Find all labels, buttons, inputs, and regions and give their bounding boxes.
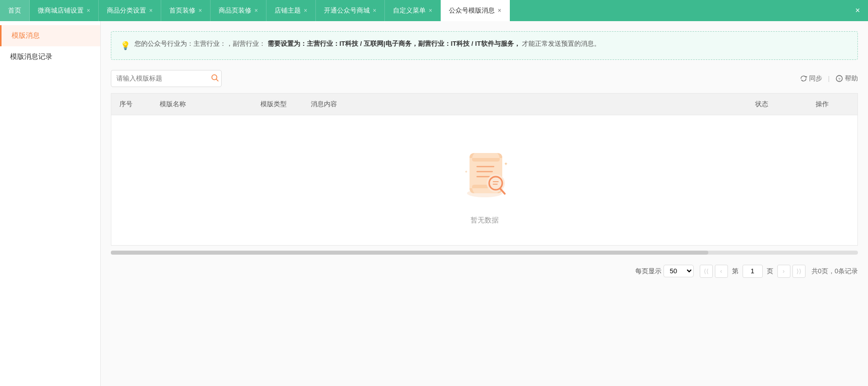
close-all-tabs[interactable]: × <box>847 6 868 15</box>
data-table: 序号 模版名称 模版类型 消息内容 状态 操作 <box>111 93 858 246</box>
page-di-label: 第 <box>732 267 739 276</box>
tab-shop-theme[interactable]: 店铺主题 × <box>266 0 316 21</box>
pagination-row: 每页显示 10 20 50 100 ⟨⟨ ‹ 第 页 › ⟩⟩ 共0页，0条记录 <box>111 260 858 280</box>
sync-button[interactable]: 同步 <box>800 74 822 83</box>
tab-custom-menu[interactable]: 自定义菜单 × <box>385 0 441 21</box>
main-layout: 模版消息 模版消息记录 💡 您的公众号行业为：主营行业：，副营行业： 需要设置为… <box>0 21 868 386</box>
first-page-button[interactable]: ⟨⟨ <box>700 265 713 278</box>
notice-highlight: 需要设置为：主营行业：IT科技 / 互联网|电子商务，副营行业：IT科技 / I… <box>268 40 520 47</box>
table-header-row: 序号 模版名称 模版类型 消息内容 状态 操作 <box>111 93 858 115</box>
top-nav: 首页 微商城店铺设置 × 商品分类设置 × 首页装修 × 商品页装修 × 店铺主… <box>0 0 868 21</box>
close-tab-custom-menu[interactable]: × <box>429 7 432 14</box>
page-size-label: 每页显示 <box>635 267 661 276</box>
total-info: 共0页，0条记录 <box>812 267 858 276</box>
tab-product-category[interactable]: 商品分类设置 × <box>99 0 161 21</box>
notice-text-before: 您的公众号行业为：主营行业：，副营行业： <box>135 40 265 47</box>
sidebar-item-template-msg[interactable]: 模版消息 <box>0 25 100 46</box>
page-label: 页 <box>767 267 773 276</box>
notice-icon: 💡 <box>120 39 130 52</box>
horizontal-scrollbar[interactable] <box>111 251 858 255</box>
svg-text:✦: ✦ <box>504 161 508 167</box>
search-button[interactable] <box>206 70 222 87</box>
col-status: 状态 <box>747 93 808 115</box>
toolbar-right: 同步 | ? 帮助 <box>800 74 858 83</box>
tab-wshop-settings[interactable]: 微商城店铺设置 × <box>30 0 99 21</box>
svg-text:✦: ✦ <box>464 170 468 174</box>
notice-box: 💡 您的公众号行业为：主营行业：，副营行业： 需要设置为：主营行业：IT科技 /… <box>111 31 858 60</box>
page-navigation: ⟨⟨ ‹ 第 页 › ⟩⟩ 共0页，0条记录 <box>700 265 858 278</box>
help-button[interactable]: ? 帮助 <box>836 74 858 83</box>
prev-page-button[interactable]: ‹ <box>715 265 728 278</box>
close-tab-product-decor[interactable]: × <box>254 7 258 14</box>
close-tab-home-decor[interactable]: × <box>198 7 202 14</box>
scrollbar-thumb[interactable] <box>111 251 708 255</box>
sidebar: 模版消息 模版消息记录 <box>0 21 101 386</box>
tab-template-msg[interactable]: 公众号模版消息 × <box>441 0 510 21</box>
sync-icon <box>800 75 807 82</box>
empty-state-row: ✦ ✦ 暂无数据 <box>111 115 858 245</box>
sidebar-item-template-msg-log[interactable]: 模版消息记录 <box>0 46 100 67</box>
close-tab-shop-theme[interactable]: × <box>304 7 307 14</box>
col-content: 消息内容 <box>303 93 747 115</box>
col-seq: 序号 <box>111 93 152 115</box>
col-type: 模版类型 <box>252 93 303 115</box>
empty-state: ✦ ✦ 暂无数据 <box>111 115 857 245</box>
col-action: 操作 <box>808 93 858 115</box>
tab-home[interactable]: 首页 <box>0 0 30 21</box>
close-tab-template-msg[interactable]: × <box>498 7 501 14</box>
close-tab-wshop[interactable]: × <box>87 7 90 14</box>
toolbar-row: 同步 | ? 帮助 <box>111 70 858 87</box>
close-tab-product-category[interactable]: × <box>149 7 153 14</box>
svg-line-1 <box>217 79 219 81</box>
empty-icon: ✦ ✦ <box>454 145 515 206</box>
page-size-select[interactable]: 10 20 50 100 <box>663 265 694 277</box>
tab-open-mall[interactable]: 开通公众号商城 × <box>316 0 385 21</box>
tab-product-decor[interactable]: 商品页装修 × <box>211 0 266 21</box>
notice-text-after: 才能正常发送预置的消息。 <box>522 40 600 47</box>
help-icon: ? <box>836 75 843 82</box>
close-tab-open-mall[interactable]: × <box>373 7 376 14</box>
toolbar-divider: | <box>828 74 830 82</box>
page-number-input[interactable] <box>743 265 763 278</box>
tab-home-decor[interactable]: 首页装修 × <box>161 0 211 21</box>
page-size-selector: 每页显示 10 20 50 100 <box>635 265 696 277</box>
svg-text:?: ? <box>838 77 841 82</box>
search-group <box>111 70 222 87</box>
col-name: 模版名称 <box>152 93 252 115</box>
next-page-button[interactable]: › <box>777 265 790 278</box>
empty-text: 暂无数据 <box>111 216 857 225</box>
search-input[interactable] <box>111 71 206 86</box>
content-area: 💡 您的公众号行业为：主营行业：，副营行业： 需要设置为：主营行业：IT科技 /… <box>101 21 868 386</box>
last-page-button[interactable]: ⟩⟩ <box>792 265 806 278</box>
